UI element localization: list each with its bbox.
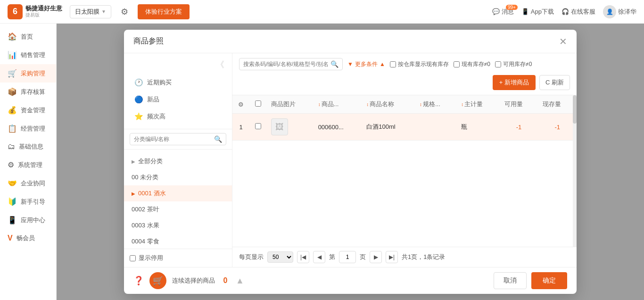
sidebar-label-inventory: 库存核算 [21,88,45,96]
td-checkbox[interactable] [249,114,266,141]
th-available: 可用量 [500,95,538,114]
table-row[interactable]: 1 🖼 000600... 白酒100ml [232,114,577,141]
basic-icon: 🗂 [8,142,15,151]
th-name-label: 商品名称 [370,100,394,108]
td-num: 1 [232,114,249,141]
footer-collapse-icon[interactable]: ▲ [236,276,244,286]
th-checkbox[interactable] [249,95,266,114]
footer-actions: 取消 确定 [494,272,567,289]
phone-icon: 📱 [521,8,529,15]
home-icon: 🏠 [8,32,17,41]
cancel-button[interactable]: 取消 [494,272,527,289]
expand-all-icon: ▶ [132,159,135,164]
th-code-label: 商品... [322,100,339,108]
modal-close-button[interactable]: ✕ [559,37,567,46]
cat-all-label: 全部分类 [138,157,163,166]
sidebar-item-member[interactable]: V 畅会员 [0,229,56,247]
current-stock-checkbox[interactable] [454,61,460,67]
available-stock-filter[interactable]: 可用库存≠0 [495,60,532,68]
settings-icon[interactable]: ⚙ [117,4,132,19]
prev-page-button[interactable]: ◀ [313,251,325,263]
pagination-area: 每页显示 50 100 200 |◀ ◀ 第 页 ▶ ▶| 共1页，1 [232,247,577,267]
next-page-button[interactable]: ▶ [370,251,382,263]
nav-right: 💬 消息 99+ 📱 App下载 🎧 在线客服 👤 徐泽华 [492,5,636,18]
th-settings[interactable]: ⚙ [232,95,249,114]
sidebar-item-guide[interactable]: 🔰 新手引导 [0,192,56,211]
app-download-btn[interactable]: 📱 App下载 [521,8,554,16]
warehouse-stock-checkbox[interactable] [390,61,396,67]
sort-spec-icon: ↕ [420,102,422,107]
store-selector[interactable]: 日太阳膜 ▼ [70,5,111,18]
product-search-input[interactable] [243,61,330,67]
first-page-button[interactable]: |◀ [297,251,309,263]
new-products-item[interactable]: 🔵 新品 [130,92,226,107]
show-disabled-label[interactable]: 显示停用 [139,254,163,262]
footer-select-count: 0 [221,276,230,285]
sidebar-item-business[interactable]: 📋 经营管理 [0,119,56,138]
last-page-button[interactable]: ▶| [386,251,398,263]
collapse-panel-icon[interactable]: 《 [214,58,226,71]
cat-00[interactable]: 00 未分类 [124,169,232,185]
sidebar-item-collab[interactable]: 🤝 企业协同 [0,174,56,192]
add-product-button[interactable]: + 新增商品 [493,75,536,90]
user-menu[interactable]: 👤 徐泽华 [603,5,636,18]
help-icon[interactable]: ❓ [133,275,144,286]
category-search-input[interactable] [134,136,214,142]
table-scrollbar[interactable] [573,95,577,247]
sidebar-item-inventory[interactable]: 📦 库存核算 [0,83,56,101]
expand-0001-icon: ▶ [132,191,135,196]
product-search-icon[interactable]: 🔍 [330,60,339,68]
th-code[interactable]: ↕ 商品... [314,95,362,114]
sidebar-item-basic[interactable]: 🗂 基础信息 [0,138,56,156]
sidebar-item-finance[interactable]: 💰 资金管理 [0,101,56,119]
table-settings-icon[interactable]: ⚙ [238,101,244,108]
cat-0004-label: 0004 零食 [132,237,159,246]
td-unit: 瓶 [456,114,499,141]
current-stock-filter[interactable]: 现有库存≠0 [454,60,490,68]
online-service-btn[interactable]: 🎧 在线客服 [561,8,595,16]
row-checkbox[interactable] [255,123,261,129]
guide-icon: 🔰 [8,197,17,206]
product-table: ⚙ 商品图片 ↕ 商品... [232,95,577,141]
brand-text: 畅捷通好生意 捷易版 [25,5,62,19]
sidebar-item-system[interactable]: ⚙ 系统管理 [0,156,56,174]
new-icon: 🔵 [134,95,143,104]
per-page-select[interactable]: 50 100 200 [267,251,293,263]
cart-button[interactable]: 🛒 [149,272,166,289]
sidebar-item-purchase[interactable]: 🛒 采购管理 [0,64,56,83]
notifications-badge: 99+ [506,5,518,10]
sidebar-item-sales[interactable]: 📊 销售管理 [0,46,56,64]
th-name[interactable]: ↕ 商品名称 [362,95,415,114]
refresh-button[interactable]: C 刷新 [539,75,570,90]
category-search-wrap: 🔍 [130,133,226,145]
available-stock-checkbox[interactable] [495,61,501,67]
show-disabled-checkbox[interactable] [130,255,136,261]
more-filters-button[interactable]: ▼ 更多条件 ▲ [347,60,385,68]
notifications-btn[interactable]: 💬 消息 99+ [492,8,514,16]
th-unit[interactable]: ↕ 主计量 [456,95,499,114]
th-stock: 现存量 [538,95,577,114]
cat-all[interactable]: ▶ 全部分类 [124,153,232,169]
logo: 6 畅捷通好生意 捷易版 [8,4,64,19]
th-spec[interactable]: ↕ 规格... [415,95,456,114]
recent-purchase-item[interactable]: 🕐 近期购买 [130,75,226,90]
confirm-button[interactable]: 确定 [531,272,567,289]
sidebar-item-apps[interactable]: 📱 应用中心 [0,211,56,229]
warehouse-stock-filter[interactable]: 按仓库显示现有库存 [390,60,449,68]
category-search-icon[interactable]: 🔍 [214,135,222,143]
app-download-label: App下载 [531,8,554,16]
select-all-checkbox[interactable] [255,100,261,107]
filter-up-icon: ▲ [380,61,385,67]
sidebar-label-guide: 新手引导 [21,198,45,206]
main-action-button[interactable]: 体验行业方案 [138,4,190,19]
cat-0004[interactable]: 0004 零食 [124,233,232,249]
td-name: 白酒100ml [362,114,415,141]
th-unit-label: 主计量 [464,100,483,108]
store-selector-arrow-icon: ▼ [101,9,106,14]
cat-0002[interactable]: 0002 茶叶 [124,201,232,217]
sidebar-item-home[interactable]: 🏠 首页 [0,27,56,46]
cat-0003[interactable]: 0003 水果 [124,217,232,233]
page-number-input[interactable] [339,251,356,263]
frequent-item[interactable]: ⭐ 频次高 [130,109,226,124]
cat-0001[interactable]: ▶ 0001 酒水 [124,185,232,201]
